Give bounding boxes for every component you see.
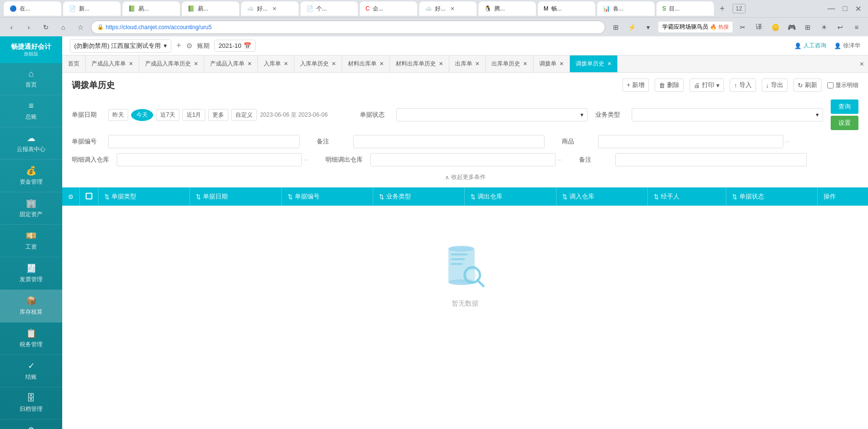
business-type-select[interactable]: ▾ [632, 108, 823, 121]
sidebar-item-fund[interactable]: 💰 资金管理 [0, 160, 62, 192]
browser-tab-1[interactable]: 📄 新... [63, 1, 121, 16]
goods-input[interactable] [598, 135, 783, 148]
grid-icon[interactable]: ⊞ [801, 21, 814, 34]
th-doc-type[interactable]: ⇅ 单据类型 [99, 187, 190, 206]
tab-transfer-history-close[interactable]: ✕ [607, 61, 612, 67]
date-btn-7days[interactable]: 近7天 [156, 109, 179, 121]
tab-stock-in-close[interactable]: ✕ [284, 61, 288, 67]
customer-service-link[interactable]: 👤 人工咨询 [794, 42, 826, 50]
tab-transfer[interactable]: 调拨单 ✕ [534, 55, 570, 73]
browser-tab-6[interactable]: C 企... [360, 1, 417, 16]
browser-tab-4[interactable]: ☁️ 好... ✕ [241, 1, 299, 16]
status-filter-select[interactable]: ▾ [396, 108, 588, 121]
date-btn-yesterday[interactable]: 昨天 [108, 109, 128, 121]
th-business-type[interactable]: ⇅ 业务类型 [373, 187, 464, 206]
new-button[interactable]: + 新增 [623, 78, 649, 92]
tab-product-in-history-close[interactable]: ✕ [194, 61, 198, 67]
lightning-button[interactable]: ⚡ [625, 21, 639, 34]
close-browser-button[interactable]: ✕ [852, 4, 864, 13]
browser-tab-11[interactable]: S 目... [657, 1, 714, 16]
tab-close-7[interactable]: ✕ [450, 6, 455, 12]
sidebar-item-tax[interactable]: 📋 税务管理 [0, 322, 62, 355]
scissor-icon[interactable]: ✂ [736, 21, 749, 34]
tabs-collapse-button[interactable]: ✕ [859, 61, 864, 67]
browser-tab-8[interactable]: 🐧 腾... [479, 1, 536, 16]
th-doc-date[interactable]: ⇅ 单据日期 [190, 187, 281, 206]
refresh-button-page[interactable]: ↻ 刷新 [793, 78, 822, 92]
tab-stock-out-close[interactable]: ✕ [475, 61, 479, 67]
home-button[interactable]: ⌂ [56, 21, 70, 34]
browser-tab-5[interactable]: 📄 个... [300, 1, 358, 16]
tab-material-out-history[interactable]: 材料出库单历史 ✕ [390, 55, 449, 73]
sidebar-item-invoice[interactable]: 🧾 发票管理 [0, 257, 62, 290]
th-doc-status[interactable]: ⇅ 单据状态 [726, 187, 818, 206]
tab-stock-out-history-close[interactable]: ✕ [523, 61, 527, 67]
new-tab-button[interactable]: + [716, 4, 729, 14]
tab-transfer-history[interactable]: 调拨单历史 ✕ [570, 55, 618, 73]
th-gear[interactable]: ⚙ [62, 187, 80, 206]
detail-in-input[interactable] [117, 153, 302, 166]
forward-button[interactable]: › [22, 21, 35, 34]
bookmark-button[interactable]: ☆ [74, 21, 87, 34]
sidebar-item-reports[interactable]: ☁ 云报表中心 [0, 127, 62, 160]
url-bar[interactable]: 🔒 https://cloud.chanjet.com/accounting/u… [91, 21, 605, 34]
gear-button[interactable]: ⚙ [186, 42, 192, 50]
tab-material-out-close[interactable]: ✕ [379, 61, 384, 67]
detail-in-more-button[interactable]: ··· [304, 157, 308, 163]
tab-stock-in-history-close[interactable]: ✕ [332, 61, 336, 67]
tab-stock-out[interactable]: 出库单 ✕ [449, 55, 486, 73]
dropdown-button[interactable]: ▾ [642, 21, 655, 34]
tab-product-in2-close[interactable]: ✕ [247, 61, 252, 67]
back-button[interactable]: ‹ [5, 21, 18, 34]
display-detail-checkbox[interactable]: 显示明细 [827, 81, 858, 89]
sidebar-item-close-accounts[interactable]: ✓ 结账 [0, 355, 62, 387]
period-selector[interactable]: 2021-10 📅 [214, 40, 256, 52]
tab-material-out[interactable]: 材料出库单 ✕ [342, 55, 390, 73]
browser-tab-9[interactable]: M 畅... [538, 1, 595, 16]
doc-number-input[interactable] [108, 135, 300, 148]
sidebar-item-salary[interactable]: 💴 工资 [0, 225, 62, 257]
menu-icon[interactable]: ≡ [850, 21, 863, 34]
sidebar-item-assets[interactable]: 🏢 固定资产 [0, 192, 62, 225]
detail-remark-input[interactable] [615, 153, 807, 166]
sidebar-item-ledger[interactable]: ≡ 总账 [0, 95, 62, 127]
delete-button[interactable]: 🗑 删除 [655, 78, 684, 92]
company-selector[interactable]: (勿删勿禁用) 江西服宝测试专用 ▾ [70, 39, 171, 53]
game-icon[interactable]: 🎮 [785, 21, 798, 34]
coin-icon[interactable]: 🪙 [768, 21, 782, 34]
display-detail-checkbox-input[interactable] [827, 82, 834, 88]
date-btn-more[interactable]: 更多 [208, 109, 228, 121]
browser-tab-2[interactable]: 📗 易... [122, 1, 180, 16]
browser-tab-3[interactable]: 📗 易... [182, 1, 239, 16]
detail-out-input[interactable] [370, 153, 556, 166]
settings-button[interactable]: 设置 [831, 116, 858, 130]
collapse-more-button[interactable]: ∧ 收起更多条件 [72, 171, 858, 183]
tab-product-in[interactable]: 产成品入库单 ✕ [86, 55, 139, 73]
th-checkbox[interactable] [80, 187, 99, 206]
translate-icon[interactable]: 译 [752, 21, 766, 34]
detail-out-more-button[interactable]: ··· [557, 157, 562, 163]
extensions-button[interactable]: ⊞ [609, 21, 623, 34]
plus-button[interactable]: + [176, 41, 181, 51]
tab-transfer-close[interactable]: ✕ [559, 61, 564, 67]
import-button[interactable]: ↑ 导入 [730, 78, 756, 92]
moon-icon[interactable]: ☀ [817, 21, 831, 34]
th-doc-number[interactable]: ⇅ 单据编号 [281, 187, 373, 206]
maximize-button[interactable]: □ [840, 4, 850, 13]
tab-product-in-history[interactable]: 产成品入库单历史 ✕ [139, 55, 204, 73]
date-btn-today[interactable]: 今天 [131, 109, 153, 121]
tab-home[interactable]: 首页 [62, 55, 86, 73]
tab-count-badge[interactable]: 12 [733, 4, 746, 13]
tab-stock-in-history[interactable]: 入库单历史 ✕ [294, 55, 342, 73]
tab-product-in-close[interactable]: ✕ [129, 61, 133, 67]
tab-product-in2[interactable]: 产成品入库单 ✕ [204, 55, 258, 73]
export-button[interactable]: ↓ 导出 [762, 78, 788, 92]
search-bar[interactable]: 学霸应聘场驱鸟员 🔥 热搜 [658, 21, 733, 33]
tab-close-4[interactable]: ✕ [272, 6, 277, 12]
user-info[interactable]: 👤 徐泽华 [834, 42, 860, 50]
remark-input[interactable] [353, 135, 545, 148]
browser-tab-0[interactable]: 🔵 在... [4, 1, 61, 16]
print-button[interactable]: 🖨 打印 ▾ [690, 78, 724, 92]
th-transfer-out[interactable]: ⇅ 调出仓库 [465, 187, 556, 206]
th-handler[interactable]: ⇅ 经手人 [647, 187, 726, 206]
